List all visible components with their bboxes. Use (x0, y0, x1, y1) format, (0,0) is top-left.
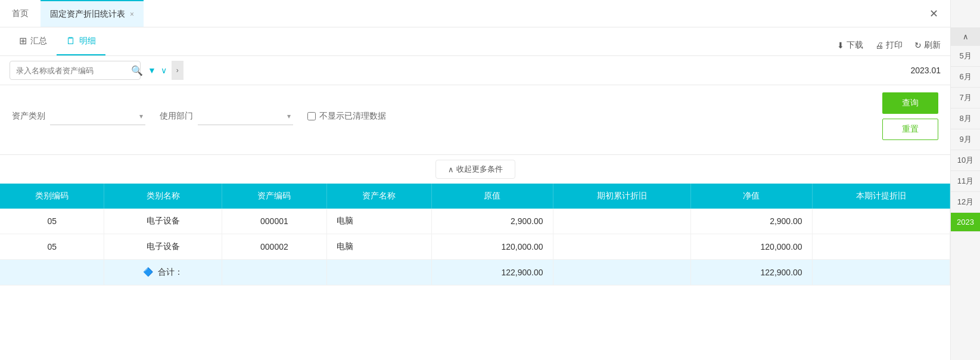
total-empty-4 (326, 260, 431, 285)
print-label: 打印 (886, 40, 903, 51)
collapse-bar: ∧ 收起更多条件 (0, 155, 950, 184)
tab-summary-label: 汇总 (30, 36, 47, 46)
hide-cleared-checkbox[interactable] (307, 112, 316, 120)
query-button[interactable]: 查询 (882, 92, 938, 114)
sidebar-year-2023[interactable]: 2023 (951, 213, 980, 232)
summary-icon: ⊞ (19, 35, 27, 46)
table-row: 05 电子设备 000002 电脑 120,000.00 120,000.00 (0, 234, 950, 260)
search-input[interactable] (10, 61, 141, 80)
sidebar-month-9[interactable]: 9月 (951, 129, 980, 150)
cell-current-dep-2 (812, 234, 950, 260)
print-button[interactable]: 🖨 打印 (875, 40, 903, 51)
cell-original-value-2: 120,000.00 (431, 234, 553, 260)
collapse-button[interactable]: ∧ 收起更多条件 (435, 160, 515, 179)
cell-asset-name-2: 电脑 (326, 234, 431, 260)
download-button[interactable]: ⬇ 下载 (837, 40, 863, 51)
filter-buttons: 查询 重置 (882, 92, 938, 140)
sidebar-month-6[interactable]: 6月 (951, 67, 980, 88)
cell-asset-name-1: 电脑 (326, 209, 431, 234)
refresh-icon: ↻ (914, 41, 922, 50)
window-close-button[interactable]: ✕ (917, 0, 950, 27)
tab-close-icon[interactable]: × (130, 10, 134, 18)
total-label: 合计： (158, 267, 183, 277)
asset-category-label: 资产类别 (12, 111, 45, 122)
department-filter: 使用部门 (160, 107, 293, 125)
tab-detail-label: 明细 (79, 36, 96, 46)
download-label: 下载 (847, 40, 863, 51)
cell-category-name-1: 电子设备 (104, 209, 222, 234)
search-bar: 🔍 ▼ ∨ › 2023.01 (0, 56, 950, 85)
department-select[interactable] (198, 107, 293, 125)
download-icon: ⬇ (837, 41, 844, 50)
cell-category-name-2: 电子设备 (104, 234, 222, 260)
cell-original-value-1: 2,900.00 (431, 209, 553, 234)
th-category-code: 类别编码 (0, 184, 104, 209)
sidebar-month-7[interactable]: 7月 (951, 88, 980, 108)
tab-summary[interactable]: ⊞ 汇总 (10, 27, 57, 55)
cell-category-code-1: 05 (0, 209, 104, 234)
chevron-down-icon: ∨ (161, 66, 167, 75)
sidebar-month-12[interactable]: 12月 (951, 192, 980, 213)
cell-current-dep-1 (812, 209, 950, 234)
total-current-dep (812, 260, 950, 285)
sub-tabs-bar: ⊞ 汇总 🗒 明细 ⬇ 下载 🖨 打印 ↻ 刷新 (0, 27, 950, 56)
th-category-name: 类别名称 (104, 184, 222, 209)
hide-cleared-checkbox-item: 不显示已清理数据 (307, 111, 386, 122)
department-label: 使用部门 (160, 111, 193, 122)
th-original-value: 原值 (431, 184, 553, 209)
data-table-wrap: 类别编码 类别名称 资产编码 资产名称 原值 期初累计折旧 净值 本期计提折旧 … (0, 184, 950, 360)
cell-asset-code-2: 000002 (222, 234, 326, 260)
cell-category-code-2: 05 (0, 234, 104, 260)
total-original-value: 122,900.00 (431, 260, 553, 285)
total-accumulated-dep (553, 260, 690, 285)
hide-cleared-label: 不显示已清理数据 (319, 111, 386, 122)
total-icon: 🔷 (143, 267, 153, 277)
table-row: 05 电子设备 000001 电脑 2,900.00 2,900.00 (0, 209, 950, 234)
tab-detail[interactable]: 🗒 明细 (57, 27, 105, 55)
filter-section: 资产类别 使用部门 不显示已清理数据 (0, 85, 950, 155)
main-content: 首页 固定资产折旧统计表 × ✕ ⊞ 汇总 🗒 明细 ⬇ 下载 🖨 打印 ↻ (0, 0, 950, 360)
sidebar-month-10[interactable]: 10月 (951, 150, 980, 171)
cell-asset-code-1: 000001 (222, 209, 326, 234)
more-conditions-button[interactable]: ▼ ∨ (148, 66, 167, 75)
sidebar-nav-up[interactable]: ∧ (951, 27, 980, 46)
cell-net-value-2: 120,000.00 (690, 234, 812, 260)
active-tab[interactable]: 固定资产折旧统计表 × (41, 0, 144, 27)
data-table: 类别编码 类别名称 资产编码 资产名称 原值 期初累计折旧 净值 本期计提折旧 … (0, 184, 950, 285)
department-select-wrap (198, 107, 293, 125)
cell-net-value-1: 2,900.00 (690, 209, 812, 234)
cell-accumulated-dep-2 (553, 234, 690, 260)
collapse-label: 收起更多条件 (456, 164, 503, 175)
table-total-row: 🔷 合计： 122,900.00 122,900.00 (0, 260, 950, 285)
reset-button[interactable]: 重置 (882, 119, 938, 140)
total-empty-1 (0, 260, 104, 285)
total-empty-2: 🔷 合计： (104, 260, 222, 285)
cell-accumulated-dep-1 (553, 209, 690, 234)
month-sidebar: ∧ 5月 6月 7月 8月 9月 10月 11月 12月 2023 (950, 0, 980, 360)
detail-icon: 🗒 (66, 36, 76, 46)
th-current-depreciation: 本期计提折旧 (812, 184, 950, 209)
th-asset-name: 资产名称 (326, 184, 431, 209)
table-header-row: 类别编码 类别名称 资产编码 资产名称 原值 期初累计折旧 净值 本期计提折旧 (0, 184, 950, 209)
nav-home[interactable]: 首页 (0, 0, 41, 27)
total-net-value: 122,900.00 (690, 260, 812, 285)
asset-category-select[interactable] (50, 107, 145, 125)
filter-row: 资产类别 使用部门 不显示已清理数据 (12, 92, 938, 140)
toolbar-right: ⬇ 下载 🖨 打印 ↻ 刷新 (837, 40, 941, 55)
th-asset-code: 资产编码 (222, 184, 326, 209)
print-icon: 🖨 (875, 41, 883, 50)
search-icon[interactable]: 🔍 (131, 65, 143, 76)
th-accumulated-depreciation: 期初累计折旧 (553, 184, 690, 209)
date-nav-arrow[interactable]: › (172, 61, 183, 80)
refresh-label: 刷新 (924, 40, 941, 51)
tab-title: 固定资产折旧统计表 (50, 9, 125, 20)
top-nav: 首页 固定资产折旧统计表 × ✕ (0, 0, 950, 27)
refresh-button[interactable]: ↻ 刷新 (914, 40, 941, 51)
sidebar-month-11[interactable]: 11月 (951, 171, 980, 192)
date-label: 2023.01 (910, 66, 941, 75)
sidebar-month-8[interactable]: 8月 (951, 108, 980, 129)
collapse-icon: ∧ (448, 165, 454, 174)
sidebar-month-5[interactable]: 5月 (951, 46, 980, 67)
total-empty-3 (222, 260, 326, 285)
asset-category-select-wrap (50, 107, 145, 125)
